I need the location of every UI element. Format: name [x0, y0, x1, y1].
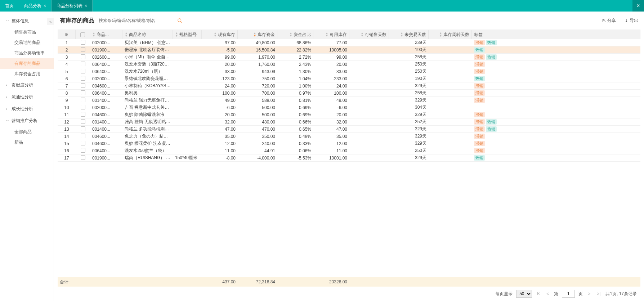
sidebar-item-sales-products[interactable]: 销售类商品 — [0, 27, 54, 37]
col-name[interactable]: ▲▼商品名称 — [122, 30, 173, 39]
table-row[interactable]: 17001900...瑞尚（RUISHANG） 卧室150*40厘米-8.00-… — [58, 154, 640, 162]
cell-stock: 12.00 — [202, 141, 238, 146]
content: 有库存的商品 ⇱分享 ⤓导出 ⚙ ▲▼商品... ▲▼商品名称 ▲▼规格型号 ▲… — [54, 12, 644, 301]
cell-fund: 588.00 — [238, 98, 277, 103]
tab-analysis-list[interactable]: 商品分析列表× — [52, 0, 93, 12]
row-checkbox[interactable] — [81, 47, 85, 52]
table-row[interactable]: 5006400...洗发水720ml（瓶）33.00943.091.30%33.… — [58, 68, 640, 75]
sidebar-item-in-stock[interactable]: 有库存的商品 — [0, 58, 54, 69]
row-checkbox[interactable] — [81, 126, 85, 131]
close-icon[interactable]: × — [44, 3, 46, 8]
table-row[interactable]: 14004600...兔之力（兔の力）粘毛器粘35.00350.000.48%3… — [58, 133, 640, 140]
row-checkbox[interactable] — [81, 69, 85, 73]
sidebar-item-new-products[interactable]: 新品 — [0, 137, 54, 148]
page-last-icon[interactable]: >| — [595, 291, 602, 296]
col-turnover[interactable]: ▲▼库存周转天数 — [429, 30, 472, 39]
table-row[interactable]: 11004600...奥妙 除菌除螨洗衣液20.00500.000.69%20.… — [58, 111, 640, 118]
row-checkbox[interactable] — [81, 76, 85, 81]
sidebar-item-all-products[interactable]: 全部商品 — [0, 127, 54, 137]
row-index: 1 — [58, 40, 76, 45]
sidebar-item-category-rate[interactable]: 商品分类动销率 — [0, 48, 54, 58]
sidebar-group-circulation[interactable]: ›流通性分析 — [0, 91, 54, 103]
sidebar-group-contribution[interactable]: ›贡献度分析 — [0, 79, 54, 91]
table-row[interactable]: 10002000...吉百 禅意新中式玄关摆件套-6.00500.000.69%… — [58, 104, 640, 111]
table-row[interactable]: 4006400...洗发水套装（3瓶720ml+120.001,760.002.… — [58, 61, 640, 68]
sidebar-item-traded-products[interactable]: 交易过的商品 — [0, 37, 54, 48]
tag-badge: 滞销 — [474, 112, 485, 117]
table-row[interactable]: 13001400...尚格兰 多功能马桶刷套装 马47.00470.000.65… — [58, 126, 640, 133]
col-tags[interactable]: 标签 — [472, 30, 640, 39]
row-checkbox[interactable] — [81, 141, 85, 145]
cell-stock: -8.00 — [202, 156, 238, 161]
row-checkbox[interactable] — [81, 40, 85, 45]
page-suffix: 页 — [578, 291, 583, 297]
col-spec[interactable]: ▲▼规格型号 — [173, 30, 202, 39]
sidebar-group-growth[interactable]: ›成长性分析 — [0, 103, 54, 115]
table-row[interactable]: 15004600...奥妙 樱花柔护 洗衣凝珠 1012.00240.000.3… — [58, 140, 640, 147]
row-checkbox[interactable] — [81, 134, 85, 138]
search-icon[interactable] — [175, 16, 184, 25]
col-stock[interactable]: ▲▼现有库存 — [202, 30, 238, 39]
table-row[interactable]: 2001900...偌思家 北欧客厅装饰画卧室-5.0016,500.8422.… — [58, 46, 640, 54]
export-button[interactable]: ⤓导出 — [622, 18, 640, 24]
close-icon[interactable]: × — [85, 3, 87, 8]
row-checkbox[interactable] — [81, 98, 85, 102]
col-saledays[interactable]: ▲▼可销售天数 — [349, 30, 389, 39]
row-checkbox[interactable] — [81, 90, 85, 95]
cell-stock: 11.00 — [202, 148, 238, 153]
svg-point-0 — [178, 18, 181, 22]
table-row[interactable]: 16006400...洗发水250蜜兰（袋）11.0044.910.06%11.… — [58, 147, 640, 154]
table-row[interactable]: 3002600...小米（MI）雨伞 全自动折叠99.001,970.002.7… — [58, 54, 640, 61]
sidebar-group-marketing[interactable]: ﹀营销推广分析 — [0, 115, 54, 127]
col-code[interactable]: ▲▼商品... — [90, 30, 122, 39]
per-page-select[interactable]: 50 — [516, 290, 532, 298]
table-row[interactable]: 9001400...尚格兰 强力无痕免打孔浴室49.00588.000.81%4… — [58, 97, 640, 104]
cell-name: 奥利奥 — [122, 90, 173, 96]
search-input[interactable] — [99, 16, 171, 25]
cell-code: 001400... — [90, 98, 122, 103]
cell-tags: 滞销 — [472, 134, 640, 139]
cell-fund: 720.00 — [238, 84, 277, 89]
col-notrade[interactable]: ▲▼未交易天数 — [389, 30, 429, 39]
col-avail[interactable]: ▲▼可用库存 — [313, 30, 349, 39]
select-all-checkbox[interactable] — [80, 32, 85, 37]
cell-fund: 470.00 — [238, 127, 277, 132]
cell-notrade: 250天 — [389, 148, 429, 154]
tab-analysis[interactable]: 商品分析× — [19, 0, 52, 12]
row-checkbox[interactable] — [81, 112, 85, 117]
page-next-icon[interactable]: > — [586, 291, 592, 296]
cell-avail: 20.00 — [313, 62, 349, 67]
row-checkbox[interactable] — [81, 54, 85, 59]
cell-tags: 滞销 — [472, 90, 640, 96]
row-checkbox[interactable] — [81, 155, 85, 160]
col-ratio[interactable]: ▲▼资金占比 — [277, 30, 313, 39]
page-input[interactable] — [562, 290, 575, 298]
share-button[interactable]: ⇱分享 — [600, 18, 618, 24]
cell-notrade: 250天 — [389, 61, 429, 67]
table-row[interactable]: 8006400...奥利奥100.00700.000.97%100.00258天… — [58, 90, 640, 97]
row-checkbox[interactable] — [81, 105, 85, 109]
tab-home[interactable]: 首页 — [0, 0, 19, 12]
toolbar: 有库存的商品 ⇱分享 ⤓导出 — [58, 12, 640, 30]
cell-tags: 热销 — [472, 155, 640, 161]
tag-badge: 滞销 — [474, 134, 485, 139]
sidebar-group-overall[interactable]: ﹀整体信息 — [0, 15, 54, 27]
page-prev-icon[interactable]: < — [545, 291, 550, 296]
table-row[interactable]: 7004600...小林制药（KOBAYASHI）E24.00720.001.0… — [58, 82, 640, 90]
row-checkbox[interactable] — [81, 148, 85, 153]
table-row[interactable]: 12001400...雅高 挂钩 无痕透明粘钩 强32.00480.000.66… — [58, 118, 640, 126]
cell-tags: 滞销 — [472, 148, 640, 153]
row-checkbox[interactable] — [81, 62, 85, 66]
col-fund[interactable]: ▲▼库存资金 — [238, 30, 277, 39]
table-row[interactable]: 1002000...贝汉美（BHM） 创意北欧97.0049,800.0068.… — [58, 39, 640, 46]
sidebar-collapse-icon[interactable]: « — [47, 18, 54, 25]
table-row[interactable]: 6002000...景德镇北欧陶瓷花瓶摆件 优-123.00750.001.04… — [58, 75, 640, 82]
row-checkbox[interactable] — [81, 83, 85, 88]
page-first-icon[interactable]: K — [536, 291, 541, 296]
tag-badge: 热销 — [486, 119, 497, 125]
gear-icon[interactable]: ⚙ — [64, 32, 68, 37]
close-all-icon[interactable]: × — [632, 0, 644, 12]
row-checkbox[interactable] — [81, 119, 85, 124]
sidebar-item-fund-usage[interactable]: 库存资金占用 — [0, 69, 54, 79]
page-title: 有库存的商品 — [60, 17, 94, 24]
